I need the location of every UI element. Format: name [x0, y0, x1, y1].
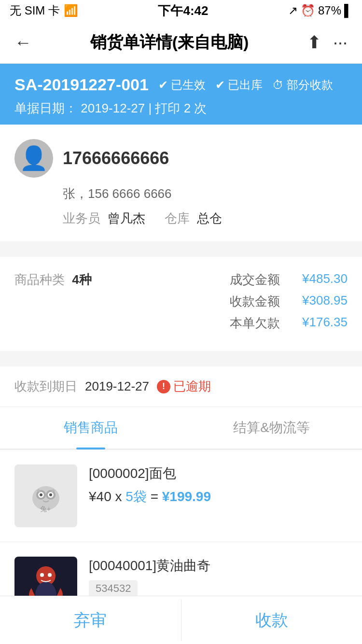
due-date-value: 2019-12-27	[85, 379, 149, 394]
summary-row: 商品种类 4种 成交金额 ¥485.30 收款金额 ¥308.95 本单欠款 ¥…	[14, 271, 348, 336]
abandon-review-button[interactable]: 弃审	[0, 600, 181, 641]
page-title: 销货单详情(来自电脑)	[90, 31, 249, 54]
share-icon[interactable]: ⬆	[307, 32, 321, 53]
divider-1	[0, 249, 362, 257]
status-effective: ✔ 已生效	[158, 77, 206, 93]
summary-section: 商品种类 4种 成交金额 ¥485.30 收款金额 ¥308.95 本单欠款 ¥…	[0, 257, 362, 351]
owed-label: 本单欠款	[230, 315, 280, 332]
svg-text:兔+: 兔+	[40, 505, 51, 513]
thumb-placeholder-1: 兔+	[14, 464, 77, 527]
status-effective-label: 已生效	[171, 77, 206, 93]
received-label: 收款金额	[230, 293, 280, 310]
sales-person-value: 曾凡杰	[108, 211, 145, 225]
product-price-1: ¥40 x 5袋 = ¥199.99	[89, 488, 348, 506]
received-value: ¥308.95	[290, 293, 348, 310]
total-value-1: ¥199.99	[162, 489, 211, 504]
warehouse-info: 仓库 总仓	[165, 210, 222, 227]
product-sku-2: 534532	[89, 580, 138, 597]
print-count: 2	[184, 101, 191, 115]
transaction-value: ¥485.30	[290, 271, 348, 288]
owed-row: 本单欠款 ¥176.35	[230, 315, 348, 332]
customer-section: 👤 17666666666 张，156 6666 6666 业务员 曾凡杰 仓库…	[0, 125, 362, 241]
owl-icon: 兔+	[27, 476, 65, 515]
print-suffix: 次	[194, 101, 207, 115]
avatar: 👤	[14, 139, 53, 178]
owed-value: ¥176.35	[290, 315, 348, 332]
due-date-label: 收款到期日	[14, 378, 77, 395]
product-name-2: [00040001]黄油曲奇	[89, 557, 348, 575]
product-type-value: 4种	[72, 272, 91, 287]
bottom-bar: 弃审 收款	[0, 596, 362, 644]
order-info-row: SA-20191227-001 ✔ 已生效 ✔ 已出库 ⏱ 部分收款	[14, 75, 348, 94]
svg-point-11	[40, 573, 44, 577]
price-eq-1: =	[151, 489, 162, 504]
product-name-1: [0000002]面包	[89, 464, 348, 483]
tab-sales-products[interactable]: 销售商品	[0, 407, 181, 448]
customer-meta-row: 业务员 曾凡杰 仓库 总仓	[14, 210, 348, 227]
customer-name-detail: 张，156 6666 6666	[14, 185, 348, 202]
order-date: 2019-12-27	[81, 101, 145, 115]
battery-icon: ▌	[344, 4, 352, 17]
header-banner: SA-20191227-001 ✔ 已生效 ✔ 已出库 ⏱ 部分收款 单据日期：…	[0, 64, 362, 125]
check-shipped-icon: ✔	[215, 78, 225, 92]
no-sim-label: 无 SIM 卡	[10, 3, 60, 18]
warehouse-value: 总仓	[197, 211, 222, 225]
due-date-section: 收款到期日 2019-12-27 ! 已逾期	[0, 366, 362, 407]
date-label: 单据日期：	[14, 101, 77, 115]
status-bar: 无 SIM 卡 📶 下午4:42 ↗ ⏰ 87% ▌	[0, 0, 362, 21]
transaction-label: 成交金额	[230, 271, 280, 288]
tab-sales-label: 销售商品	[64, 420, 118, 435]
svg-point-5	[40, 493, 42, 496]
status-partial-label: 部分收款	[287, 77, 333, 93]
received-row: 收款金额 ¥308.95	[230, 293, 348, 310]
product-thumbnail-1: 兔+	[14, 464, 77, 527]
person-icon: 👤	[19, 145, 48, 172]
back-button[interactable]: ←	[14, 32, 32, 53]
tab-settlement[interactable]: 结算&物流等	[181, 407, 362, 448]
svg-point-12	[48, 573, 52, 577]
divider-2	[0, 359, 362, 366]
overdue-icon: !	[157, 380, 170, 393]
wifi-icon: 📶	[64, 4, 78, 17]
price-x-1: x	[115, 489, 126, 504]
alarm-icon: ⏰	[301, 4, 315, 17]
overdue-badge: ! 已逾期	[157, 378, 211, 395]
product-type-info: 商品种类 4种	[14, 271, 92, 288]
status-left: 无 SIM 卡 📶	[10, 3, 78, 18]
status-shipped: ✔ 已出库	[215, 77, 263, 93]
order-number: SA-20191227-001	[14, 75, 149, 94]
check-effective-icon: ✔	[158, 78, 168, 92]
warehouse-label: 仓库	[165, 211, 190, 225]
product-type-label: 商品种类	[14, 272, 65, 287]
tabs-row: 销售商品 结算&物流等	[0, 407, 362, 449]
sales-info: 业务员 曾凡杰	[63, 210, 145, 227]
clock-icon: ⏱	[272, 78, 284, 92]
status-shipped-label: 已出库	[228, 77, 263, 93]
status-time: 下午4:42	[158, 2, 208, 19]
collect-payment-button[interactable]: 收款	[181, 600, 362, 641]
transaction-row: 成交金额 ¥485.30	[230, 271, 348, 288]
battery-label: 87%	[318, 4, 341, 17]
nav-icons: ⬆ ···	[307, 32, 348, 53]
qty-value-1: 5袋	[125, 489, 147, 504]
more-icon[interactable]: ···	[333, 32, 348, 53]
financial-summary: 成交金额 ¥485.30 收款金额 ¥308.95 本单欠款 ¥176.35	[230, 271, 348, 336]
sales-label: 业务员	[63, 211, 100, 225]
overdue-label: 已逾期	[173, 378, 211, 395]
price-value-1: ¥40	[89, 489, 111, 504]
nav-bar: ← 销货单详情(来自电脑) ⬆ ···	[0, 21, 362, 64]
tab-settlement-label: 结算&物流等	[233, 420, 310, 435]
customer-header-row: 👤 17666666666	[14, 139, 348, 178]
status-partial: ⏱ 部分收款	[272, 77, 333, 93]
product-info-1: [0000002]面包 ¥40 x 5袋 = ¥199.99	[89, 464, 348, 506]
customer-phone: 17666666666	[63, 148, 169, 168]
location-icon: ↗	[288, 4, 298, 17]
header-date: 单据日期： 2019-12-27 | 打印 2 次	[14, 100, 348, 117]
status-right: ↗ ⏰ 87% ▌	[288, 4, 352, 17]
list-item: 兔+ [0000002]面包 ¥40 x 5袋 = ¥199.99	[0, 450, 362, 542]
print-label: | 打印	[148, 101, 180, 115]
tabs-section: 销售商品 结算&物流等	[0, 407, 362, 450]
svg-point-6	[49, 493, 52, 496]
